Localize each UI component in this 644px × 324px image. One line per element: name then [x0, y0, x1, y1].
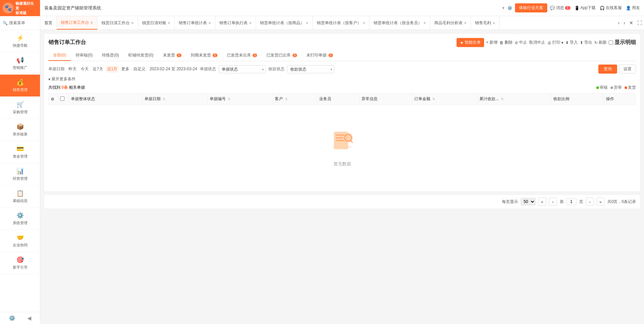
add-button[interactable]: + 新增: [486, 38, 498, 47]
export-button[interactable]: ⬆ 导出: [580, 38, 592, 47]
import-button[interactable]: ⬇ 导入: [565, 38, 578, 47]
sub-tab-shipped-out[interactable]: 已发货已出库 0: [262, 50, 302, 61]
tab-sales-gross[interactable]: 销售毛利 ✕: [471, 16, 500, 30]
status-select-wrap: 单据状态: [219, 65, 266, 73]
tab-fullscreen-button[interactable]: ⛶: [635, 16, 644, 30]
payment-select[interactable]: 收款状态: [287, 65, 334, 73]
total-records: 共0页，0条记录: [607, 199, 636, 205]
page-size-select[interactable]: 50: [521, 198, 535, 205]
sidebar-item-guide[interactable]: 🎯 新手引导: [0, 252, 40, 274]
review-action-button[interactable]: 审核: [596, 85, 608, 90]
tab-home[interactable]: 首页: [40, 16, 57, 30]
filter-row-expand: ▾ 展开更多条件: [48, 76, 636, 82]
sub-tab-expired-not-shipped[interactable]: 到期未发货 0: [186, 50, 222, 61]
date-btn-more[interactable]: 更多: [120, 66, 131, 73]
tab-close-sales-summary-customer[interactable]: ✕: [362, 21, 365, 25]
date-btn-7days[interactable]: 近7天: [91, 66, 104, 73]
page-number-input[interactable]: [566, 198, 576, 205]
app-download-button[interactable]: 📱 App下载: [574, 5, 596, 11]
sub-tab-not-shipped[interactable]: 未发货 0: [158, 50, 186, 61]
tab-cash-daily[interactable]: 钱货日清工作台 ✕: [97, 16, 138, 30]
first-page-button[interactable]: «: [538, 198, 546, 206]
tab-cash-reconcile[interactable]: 钱货日清对账 ✕: [138, 16, 175, 30]
set-button[interactable]: 设置: [619, 65, 636, 74]
experience-button[interactable]: 体验行业方案: [515, 3, 547, 12]
settings-bottom-button[interactable]: ⚙️: [9, 315, 15, 321]
stop-button[interactable]: ⊘ 中止: [515, 38, 527, 47]
sidebar-item-basic-info[interactable]: 📋 基础信息: [0, 186, 40, 208]
customer-sort-icon: ⇅: [285, 97, 288, 101]
sidebar-item-marketing[interactable]: 📢 营销推广: [0, 52, 40, 75]
tab-scroll-left-button[interactable]: ‹: [616, 16, 622, 30]
table-count: 共找到 0条 相关单据: [48, 85, 85, 90]
tab-close-sales-workbench[interactable]: ✕: [90, 21, 93, 25]
date-btn-today[interactable]: 今天: [79, 66, 90, 73]
tab-close-sales-stat[interactable]: ✕: [208, 21, 211, 25]
ship-action-button[interactable]: 发货: [625, 85, 636, 90]
sidebar-item-inventory[interactable]: 📦 库存核算: [0, 119, 40, 141]
status-select[interactable]: 单据状态: [219, 65, 266, 73]
logo: 🐾 畅捷通好生意 标准版: [0, 0, 40, 16]
sub-tab-all[interactable]: 全部(0): [48, 50, 71, 61]
sidebar-item-operations[interactable]: 📊 经营管理: [0, 163, 40, 186]
query-action-group: 查询 设置: [598, 65, 636, 74]
not-shipped-badge: 0: [177, 53, 181, 57]
status-filter-label: 单据状态: [200, 66, 216, 72]
tab-sales-exec[interactable]: 销售订单执行表 ✕: [215, 16, 256, 30]
show-detail-checkbox[interactable]: [609, 40, 613, 45]
tab-sales-summary-staff[interactable]: 销货单统计表（按业务员） ✕: [370, 16, 430, 30]
select-all-checkbox[interactable]: [60, 96, 65, 101]
sub-tab-pending-review[interactable]: 待审核(0): [71, 50, 97, 61]
sidebar-item-cooperation[interactable]: 🤝 企业协同: [0, 230, 40, 252]
print-button[interactable]: 🖨 打印 ▾: [547, 38, 563, 47]
online-service-button[interactable]: 🎧 在线客服: [600, 5, 622, 11]
tab-close-all-button[interactable]: ✕: [627, 16, 635, 30]
date-btn-custom[interactable]: 自定义: [132, 66, 147, 73]
sidebar-item-finance[interactable]: 💳 资金管理: [0, 141, 40, 163]
sub-tab-wangpu[interactable]: 旺铺待发货(0): [124, 50, 158, 61]
operations-icon: 📊: [16, 167, 24, 175]
tab-sales-summary-customer[interactable]: 销货单统计表（按客户） ✕: [313, 16, 370, 30]
tab-sales-stat[interactable]: 销售订单统计表 ✕: [175, 16, 215, 30]
sidebar-item-system[interactable]: ⚙️ 系统管理: [0, 208, 40, 230]
unreviewed-action-button[interactable]: 弃审: [610, 85, 622, 90]
smart-create-button[interactable]: ★ 智能生单: [457, 38, 484, 47]
sub-tab-shipped-not-out[interactable]: 已发货未出库 0: [222, 50, 262, 61]
sub-tab-pending-inspection[interactable]: 待拣货(0): [97, 50, 124, 61]
col-abnormal: 异常信息: [359, 93, 412, 105]
tab-close-gross-margin[interactable]: ✕: [464, 21, 467, 25]
tab-close-sales-summary-staff[interactable]: ✕: [423, 21, 426, 25]
show-detail-toggle[interactable]: 显示明细: [609, 38, 636, 47]
sidebar-item-quick-nav[interactable]: ⚡ 快捷导航: [0, 30, 40, 52]
tab-close-cash-reconcile[interactable]: ✕: [168, 21, 170, 25]
delete-button[interactable]: 🗑 删除: [500, 38, 513, 47]
sub-tab-not-printed[interactable]: 未打印单据 0: [302, 50, 338, 61]
collapse-sidebar-button[interactable]: ◀: [27, 315, 31, 321]
tab-sales-summary-product[interactable]: 销货单统计表（按商品） ✕: [256, 16, 313, 30]
tab-close-sales-summary-product[interactable]: ✕: [306, 21, 308, 25]
query-button[interactable]: 查询: [598, 65, 617, 74]
date-btn-yesterday[interactable]: 昨天: [67, 66, 78, 73]
user-button[interactable]: 👤 用友: [626, 5, 640, 11]
cancel-stop-button[interactable]: 取消中止: [529, 38, 545, 47]
tab-gross-margin[interactable]: 商品毛利分析表 ✕: [430, 16, 471, 30]
tab-scroll-right-button[interactable]: ›: [621, 16, 627, 30]
sidebar-item-purchase[interactable]: 🛒 采购管理: [0, 97, 40, 119]
settings-header-button[interactable]: ⚙️: [507, 6, 512, 10]
sidebar-item-sales[interactable]: 💰 销售管理: [0, 75, 40, 97]
tab-close-sales-gross[interactable]: ✕: [492, 21, 495, 25]
refresh-icon: ↻: [594, 40, 598, 45]
date-btn-1month[interactable]: 近1月: [106, 66, 119, 73]
refresh-button[interactable]: ↻ 刷新: [594, 38, 607, 47]
tab-sales-workbench[interactable]: 销售订单工作台 ✕: [57, 16, 97, 30]
tab-close-cash-daily[interactable]: ✕: [131, 21, 134, 25]
prev-page-button[interactable]: ‹: [549, 198, 557, 206]
next-page-button[interactable]: ›: [586, 198, 594, 206]
search-menu-button[interactable]: 🔍 搜索菜单: [3, 19, 37, 27]
tab-close-sales-exec[interactable]: ✕: [249, 21, 252, 25]
message-button[interactable]: 💬 消息 6: [550, 5, 570, 11]
last-page-button[interactable]: »: [597, 198, 605, 206]
sub-tabs: 全部(0) 待审核(0) 待拣货(0) 旺铺待发货(0) 未发货 0 到期未发货: [48, 50, 636, 61]
expand-conditions-button[interactable]: ▾ 展开更多条件: [48, 76, 76, 82]
date-options: 昨天 今天 近7天 近1月 更多 自定义: [67, 66, 147, 73]
